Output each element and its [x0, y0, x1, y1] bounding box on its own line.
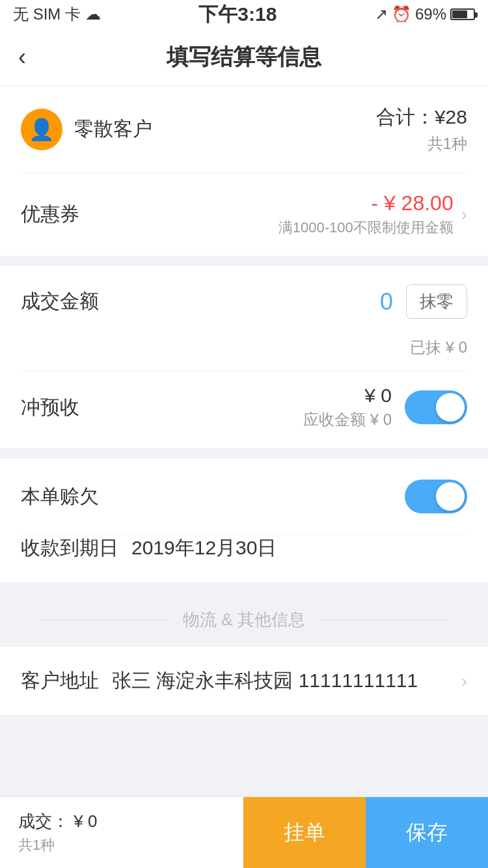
customer-left: 👤 零散客户 — [21, 109, 152, 150]
divider-line-right — [318, 619, 448, 620]
alarm-icon: ⏰ — [392, 5, 411, 23]
coupon-description: 满1000-100不限制使用金额 — [278, 218, 454, 237]
transaction-card: 成交金额 0 抹零 已抹 ¥ 0 冲预收 ¥ 0 应收金额 ¥ 0 — [0, 266, 488, 448]
transaction-label: 成交金额 — [21, 288, 99, 315]
save-button[interactable]: 保存 — [366, 797, 488, 869]
duedate-row[interactable]: 收款到期日 2019年12月30日 — [0, 535, 488, 582]
precollect-sub: 应收金额 ¥ 0 — [303, 409, 392, 430]
precollect-label: 冲预收 — [21, 394, 79, 421]
deal-amount: ¥ 0 — [74, 811, 97, 831]
person-icon: 👤 — [29, 117, 55, 142]
coupon-row[interactable]: 优惠券 - ¥ 28.00 满1000-100不限制使用金额 › — [0, 173, 488, 256]
precollect-info: ¥ 0 应收金额 ¥ 0 — [303, 385, 392, 430]
debt-card: 本单赊欠 收款到期日 2019年12月30日 — [0, 459, 488, 582]
duedate-label: 收款到期日 — [21, 535, 118, 562]
divider-line-left — [40, 619, 170, 620]
address-label: 客户地址 — [21, 668, 99, 694]
debt-toggle-knob — [436, 482, 465, 511]
coupon-info: - ¥ 28.00 满1000-100不限制使用金额 — [278, 191, 454, 237]
customer-card: 👤 零散客户 合计：¥28 共1种 优惠券 - ¥ 28.00 满1000-10… — [0, 86, 488, 256]
battery-percent: 69% — [415, 5, 446, 23]
precollect-amount: ¥ 0 — [303, 385, 392, 407]
transaction-right: 0 抹零 — [380, 284, 467, 319]
status-time: 下午3:18 — [198, 1, 277, 28]
round-zero-button[interactable]: 抹零 — [406, 284, 467, 319]
debt-toggle[interactable] — [405, 480, 467, 513]
transaction-sub: 已抹 ¥ 0 — [0, 337, 488, 371]
customer-right: 合计：¥28 共1种 — [376, 104, 467, 154]
address-card: 客户地址 张三 海淀永丰科技园 11111111111 › — [0, 647, 488, 715]
debt-label: 本单赊欠 — [21, 483, 99, 510]
status-right: ↗ ⏰ 69% — [375, 5, 475, 23]
location-icon: ↗ — [375, 5, 388, 23]
back-button[interactable]: ‹ — [18, 44, 26, 71]
logistics-section: 物流 & 其他信息 — [0, 593, 488, 647]
signal-text: 无 SIM 卡 ☁ — [13, 4, 101, 25]
precollect-right: ¥ 0 应收金额 ¥ 0 — [303, 385, 467, 430]
toggle-knob — [436, 393, 465, 422]
logistics-label: 物流 & 其他信息 — [183, 608, 305, 631]
precollect-toggle[interactable] — [405, 390, 467, 424]
hang-button[interactable]: 挂单 — [243, 797, 366, 869]
transaction-value[interactable]: 0 — [380, 288, 393, 316]
customer-name: 零散客户 — [74, 116, 152, 142]
address-value: 张三 海淀永丰科技园 11111111111 — [112, 668, 461, 694]
content: 👤 零散客户 合计：¥28 共1种 优惠券 - ¥ 28.00 满1000-10… — [0, 86, 488, 793]
nav-bar: ‹ 填写结算等信息 — [0, 29, 488, 86]
customer-row: 👤 零散客户 合计：¥28 共1种 — [0, 86, 488, 172]
coupon-amount: - ¥ 28.00 — [278, 191, 454, 215]
debt-row: 本单赊欠 — [0, 459, 488, 534]
status-left: 无 SIM 卡 ☁ — [13, 4, 101, 25]
duedate-value: 2019年12月30日 — [131, 535, 277, 562]
coupon-right: - ¥ 28.00 满1000-100不限制使用金额 › — [278, 191, 467, 237]
bottom-bar: 成交： ¥ 0 共1种 挂单 保存 — [0, 796, 488, 868]
bottom-count: 共1种 — [18, 835, 225, 855]
total-amount: 合计：¥28 — [376, 104, 467, 131]
bottom-deal: 成交： ¥ 0 — [18, 810, 225, 833]
precollect-row: 冲预收 ¥ 0 应收金额 ¥ 0 — [0, 372, 488, 448]
chevron-right-icon: › — [461, 204, 467, 225]
customer-avatar: 👤 — [21, 109, 62, 150]
page-title: 填写结算等信息 — [167, 42, 321, 72]
bottom-info: 成交： ¥ 0 共1种 — [0, 810, 243, 855]
address-chevron-icon: › — [461, 671, 467, 692]
total-count: 共1种 — [376, 133, 467, 154]
deal-label: 成交： — [18, 811, 69, 831]
logistics-divider: 物流 & 其他信息 — [0, 608, 488, 631]
status-bar: 无 SIM 卡 ☁ 下午3:18 ↗ ⏰ 69% — [0, 0, 488, 29]
address-row[interactable]: 客户地址 张三 海淀永丰科技园 11111111111 › — [0, 647, 488, 715]
coupon-label: 优惠券 — [21, 201, 79, 228]
transaction-row: 成交金额 0 抹零 — [0, 266, 488, 337]
battery-icon — [450, 8, 475, 20]
